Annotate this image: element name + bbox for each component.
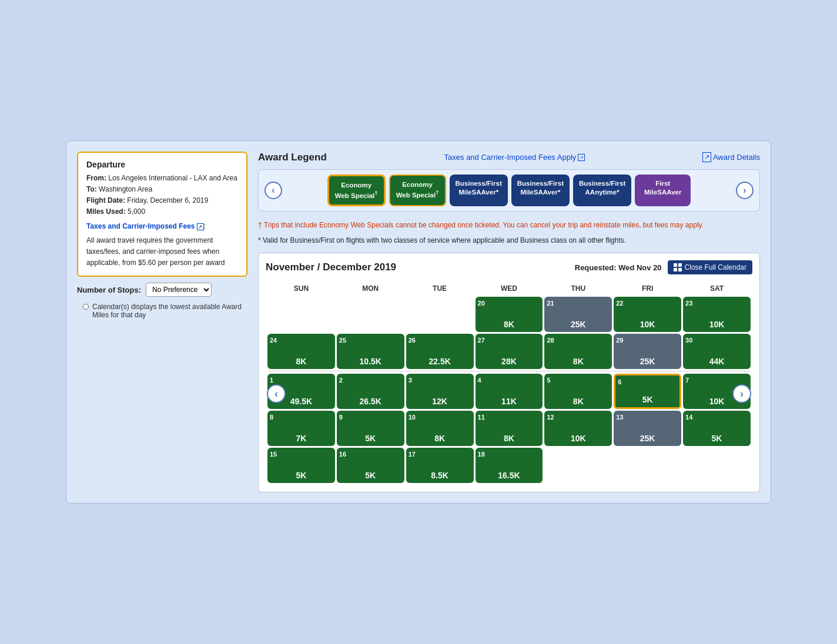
award-details-link[interactable]: ↗ Award Details	[702, 152, 760, 162]
cal-cell-4-0[interactable]: 155K	[267, 448, 335, 483]
cal-cell-inner[interactable]: 226.5K	[337, 374, 404, 409]
cal-cell-2-3[interactable]: 411K	[476, 374, 543, 409]
cal-cell-1-2[interactable]: 2622.5K	[406, 334, 474, 369]
cal-cell-inner[interactable]: 1325K	[614, 411, 681, 446]
cal-cell-inner[interactable]: 165K	[337, 448, 404, 483]
cal-cell-0-4[interactable]: 2125K	[544, 297, 612, 332]
cal-miles-val: 8K	[478, 320, 541, 329]
cal-cell-inner[interactable]: 2310K	[683, 297, 751, 332]
miles-used-value: 5,000	[128, 207, 145, 216]
cal-cell-0-6[interactable]: 2310K	[683, 297, 751, 332]
cal-cell-1-3[interactable]: 2728K	[476, 334, 543, 369]
cal-cell-inner[interactable]: 411K	[476, 374, 543, 409]
cal-cell-inner[interactable]: 2622.5K	[406, 334, 474, 369]
stops-select[interactable]: No Preference Nonstop 1 Stop	[146, 283, 212, 297]
cal-prev-nav-overlay: ‹	[267, 384, 286, 403]
cal-miles-val: 8.5K	[409, 471, 471, 480]
cal-cell-3-4[interactable]: 1210K	[544, 411, 612, 446]
svg-rect-3	[678, 268, 682, 271]
cal-cell-3-6[interactable]: 145K	[683, 411, 751, 446]
cal-cell-3-1[interactable]: 95K	[337, 411, 404, 446]
cal-cell-0-3[interactable]: 208K	[476, 297, 543, 332]
calendar-nav-area: Requested: Wed Nov 20 Close Full Calenda…	[575, 260, 752, 274]
taxes-link[interactable]: Taxes and Carrier-Imposed Fees Apply ↗	[444, 153, 585, 162]
flight-date-value: Friday, December 6, 2019	[127, 196, 208, 204]
col-sun: SUN	[267, 282, 335, 295]
cal-miles-val: 8K	[478, 434, 541, 443]
close-full-calendar-btn[interactable]: Close Full Calendar	[668, 260, 752, 274]
cal-cell-4-3[interactable]: 1816.5K	[476, 448, 543, 483]
cal-day-num: 28	[547, 337, 554, 344]
cal-cell-inner[interactable]: 3044K	[683, 334, 751, 369]
calendar-next-month-btn[interactable]: ›	[732, 384, 751, 403]
cal-miles-val: 5K	[339, 471, 402, 480]
cal-cell-inner[interactable]: 1816.5K	[476, 448, 543, 483]
award-details-text: Award Details	[713, 153, 760, 162]
cal-cell-inner[interactable]: 118K	[476, 411, 543, 446]
cal-cell-inner[interactable]: 1210K	[544, 411, 612, 446]
cal-day-num: 11	[478, 414, 485, 421]
carousel-next-btn[interactable]: ›	[736, 182, 754, 199]
cal-cell-0-5[interactable]: 2210K	[614, 297, 681, 332]
calendar-container: November / December 2019 Requested: Wed …	[258, 253, 760, 492]
cal-cell-inner[interactable]: 312K	[406, 374, 474, 409]
cal-cell-inner[interactable]: 288K	[544, 334, 612, 369]
cal-cell-1-1[interactable]: 2510.5K	[337, 334, 404, 369]
cal-cell-inner[interactable]: 108K	[406, 411, 474, 446]
legend-item-biz-milesaaver2[interactable]: Business/FirstMileSAAver*	[511, 175, 570, 207]
fees-desc: All award travel requires the government…	[86, 235, 238, 269]
cal-cell-1-5[interactable]: 2925K	[614, 334, 681, 369]
cal-cell-4-2[interactable]: 178.5K	[406, 448, 474, 483]
cal-cell-1-0[interactable]: 248K	[267, 334, 335, 369]
fees-link[interactable]: Taxes and Carrier-Imposed Fees ↗	[86, 221, 204, 232]
cal-cell-inner[interactable]: 2210K	[614, 297, 681, 332]
cal-miles-val: 44K	[685, 357, 748, 366]
carousel-prev-btn[interactable]: ‹	[265, 182, 282, 199]
cal-cell-inner[interactable]: 155K	[267, 448, 335, 483]
cal-miles-val: 28K	[478, 357, 541, 366]
cal-cell-1-4[interactable]: 288K	[544, 334, 612, 369]
cal-cell-2-1[interactable]: 226.5K	[337, 374, 404, 409]
cal-cell-1-6[interactable]: 3044K	[683, 334, 751, 369]
cal-cell-2-2[interactable]: 312K	[406, 374, 474, 409]
cal-cell-3-0[interactable]: 87K	[267, 411, 335, 446]
cal-cell-2-4[interactable]: 58K	[544, 374, 612, 409]
cal-cell-inner[interactable]: 178.5K	[406, 448, 474, 483]
legend-item-first-milesaaver[interactable]: FirstMileSAAver	[635, 175, 691, 207]
cal-cell-inner[interactable]: 208K	[476, 297, 543, 332]
cal-day-num: 15	[270, 451, 277, 458]
from-label: From:	[86, 174, 106, 182]
cal-day-num: 22	[616, 300, 623, 307]
fees-colon: :	[204, 222, 206, 230]
cal-day-num: 4	[478, 377, 481, 384]
cal-day-num: 3	[409, 377, 412, 384]
cal-cell-4-1[interactable]: 165K	[337, 448, 404, 483]
cal-day-num: 25	[339, 337, 346, 344]
cal-miles-val: 22.5K	[409, 357, 471, 366]
cal-cell-inner[interactable]: 2728K	[476, 334, 543, 369]
cal-day-num: 29	[616, 337, 623, 344]
calendar-prev-month-btn[interactable]: ‹	[267, 384, 286, 403]
legend-item-eco-web-1[interactable]: EconomyWeb Special†	[327, 175, 386, 207]
legend-item-biz-aanytime[interactable]: Business/FirstAAnytime*	[573, 175, 631, 207]
divider-cell	[267, 371, 751, 372]
cal-cell-3-3[interactable]: 118K	[476, 411, 543, 446]
cal-cell-inner[interactable]: 248K	[267, 334, 335, 369]
cal-cell-inner[interactable]: 2125K	[544, 297, 612, 332]
cal-cell-inner[interactable]: 65K	[614, 374, 681, 409]
cal-cell-inner[interactable]: 2925K	[614, 334, 681, 369]
cal-day-num: 14	[685, 414, 692, 421]
cal-cell-inner[interactable]: 2510.5K	[337, 334, 404, 369]
cal-cell-3-2[interactable]: 108K	[406, 411, 474, 446]
legend-item-biz-milesaaver[interactable]: Business/FirstMileSAAver*	[450, 175, 508, 207]
legend-item-eco-web-2[interactable]: EconomyWeb Special†	[389, 175, 446, 207]
cal-miles-val: 16.5K	[478, 471, 541, 480]
cal-cell-2-5[interactable]: 65K	[614, 374, 681, 409]
cal-cell-inner[interactable]: 95K	[337, 411, 404, 446]
stops-row: Number of Stops: No Preference Nonstop 1…	[77, 283, 247, 297]
cal-cell-inner[interactable]: 58K	[544, 374, 612, 409]
cal-cell-inner[interactable]: 87K	[267, 411, 335, 446]
cal-cell-inner[interactable]: 145K	[683, 411, 751, 446]
flight-date-label: Flight Date:	[86, 196, 125, 204]
cal-cell-3-5[interactable]: 1325K	[614, 411, 681, 446]
